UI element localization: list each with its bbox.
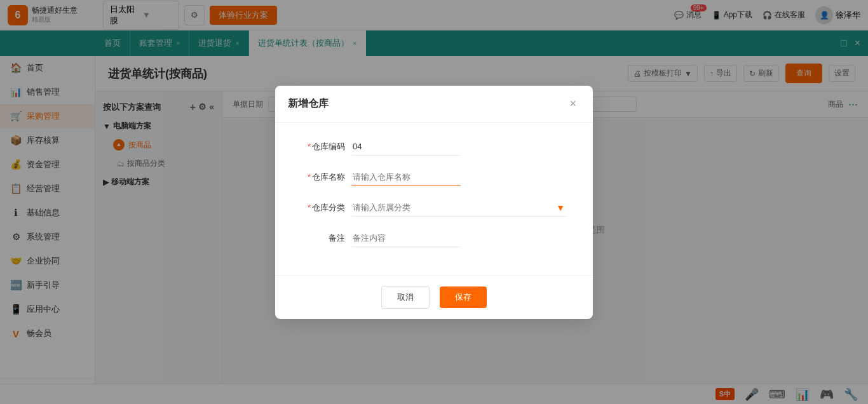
modal-overlay: 新增仓库 × *仓库编码 *仓库名称 (0, 0, 868, 404)
remark-row: 备注 (301, 229, 567, 247)
category-dropdown-icon: ▼ (556, 203, 565, 213)
warehouse-code-input[interactable] (351, 138, 461, 156)
new-warehouse-modal: 新增仓库 × *仓库编码 *仓库名称 (275, 86, 593, 319)
warehouse-name-input[interactable] (351, 168, 461, 186)
warehouse-category-row: *仓库分类 ▼ (301, 199, 567, 217)
warehouse-category-label: *仓库分类 (301, 202, 351, 213)
warehouse-name-row: *仓库名称 (301, 168, 567, 186)
cancel-button[interactable]: 取消 (381, 286, 430, 309)
modal-title: 新增仓库 (288, 97, 329, 111)
warehouse-name-label: *仓库名称 (301, 172, 351, 183)
warehouse-code-label: *仓库编码 (301, 141, 351, 152)
remark-label: 备注 (301, 232, 351, 244)
remark-input[interactable] (351, 229, 461, 247)
warehouse-code-row: *仓库编码 (301, 138, 567, 156)
save-button[interactable]: 保存 (440, 286, 487, 308)
modal-close-button[interactable]: × (566, 96, 580, 112)
modal-footer: 取消 保存 (275, 275, 593, 319)
modal-header: 新增仓库 × (275, 86, 593, 123)
warehouse-category-input[interactable] (351, 199, 567, 217)
modal-body: *仓库编码 *仓库名称 *仓库分类 (275, 123, 593, 275)
